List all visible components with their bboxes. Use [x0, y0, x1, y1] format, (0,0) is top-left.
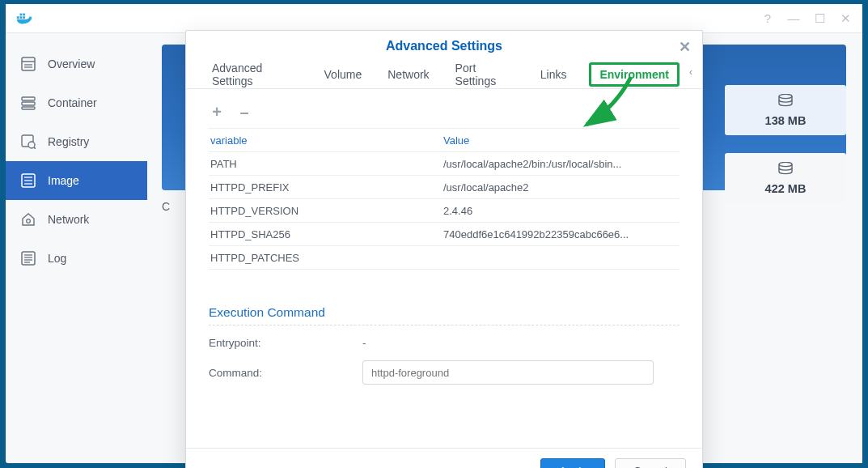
- close-window-icon[interactable]: ✕: [838, 11, 853, 26]
- close-icon[interactable]: ✕: [679, 38, 691, 56]
- svg-rect-3: [20, 13, 23, 15]
- sidebar-label: Network: [48, 213, 89, 226]
- help-icon[interactable]: ?: [760, 11, 775, 26]
- sidebar-item-network[interactable]: Network: [6, 200, 147, 239]
- cell-variable: HTTPD_PATCHES: [209, 252, 443, 264]
- log-icon: [20, 251, 36, 266]
- apply-button[interactable]: Apply: [540, 458, 605, 468]
- tab-links[interactable]: Links: [537, 64, 570, 85]
- docker-window: ? — ☐ ✕ Overview Container Registry Imag…: [6, 4, 862, 463]
- table-row[interactable]: HTTPD_VERSION 2.4.46: [209, 199, 680, 223]
- registry-icon: [20, 134, 36, 149]
- table-row[interactable]: HTTPD_SHA256 740eddf6e1c641992b22359cabc…: [209, 223, 680, 246]
- cell-value: /usr/local/apache2: [443, 181, 680, 194]
- svg-point-25: [779, 94, 792, 98]
- svg-point-26: [779, 162, 792, 166]
- svg-rect-4: [23, 13, 25, 15]
- cancel-button[interactable]: Cancel: [615, 458, 686, 468]
- tab-network[interactable]: Network: [384, 64, 432, 85]
- modal-tabs: Advanced Settings Volume Network Port Se…: [186, 60, 702, 89]
- env-table-header: variable Value: [209, 129, 680, 152]
- cell-value: 740eddf6e1c641992b22359cabc66e6...: [443, 228, 680, 240]
- add-row-button[interactable]: +: [209, 104, 225, 120]
- sidebar-label: Container: [48, 96, 97, 109]
- size-value: 138 MB: [765, 114, 807, 127]
- storage-icon: [777, 162, 794, 179]
- svg-point-13: [28, 142, 35, 148]
- titlebar: ? — ☐ ✕: [6, 4, 862, 33]
- cell-value: 2.4.46: [443, 205, 680, 217]
- env-table: variable Value PATH /usr/local/apache2/b…: [209, 128, 680, 270]
- command-input[interactable]: [362, 360, 654, 385]
- remove-row-button[interactable]: –: [236, 104, 252, 120]
- tab-volume[interactable]: Volume: [321, 64, 366, 85]
- cell-variable: HTTPD_VERSION: [209, 205, 443, 217]
- svg-rect-10: [22, 102, 35, 105]
- size-chip[interactable]: 138 MB: [725, 85, 846, 135]
- svg-rect-11: [22, 107, 35, 109]
- storage-icon: [777, 94, 794, 111]
- tab-advanced-settings[interactable]: Advanced Settings: [209, 57, 302, 91]
- sidebar-label: Log: [48, 252, 66, 265]
- modal-title: Advanced Settings ✕: [186, 31, 702, 60]
- sidebar: Overview Container Registry Image Networ…: [6, 33, 147, 463]
- network-icon: [20, 212, 36, 227]
- size-chip[interactable]: 422 MB: [725, 153, 846, 203]
- docker-icon: [15, 11, 33, 26]
- entrypoint-label: Entrypoint:: [209, 337, 362, 349]
- window-controls: ? — ☐ ✕: [760, 11, 853, 26]
- cell-variable: HTTPD_SHA256: [209, 228, 443, 240]
- chevron-left-icon: ‹: [689, 66, 692, 78]
- entrypoint-value: -: [362, 337, 366, 349]
- right-info-col: 138 MB 422 MB: [725, 85, 846, 203]
- header-value[interactable]: Value: [443, 134, 680, 147]
- sidebar-item-image[interactable]: Image: [6, 161, 147, 200]
- maximize-icon[interactable]: ☐: [812, 11, 827, 26]
- divider: [209, 325, 680, 325]
- command-label: Command:: [209, 367, 362, 379]
- cell-value: /usr/local/apache2/bin:/usr/local/sbin..…: [443, 158, 680, 170]
- tab-scroll-arrows[interactable]: ‹: [689, 66, 692, 78]
- svg-rect-9: [22, 97, 35, 100]
- sidebar-item-container[interactable]: Container: [6, 83, 147, 122]
- cell-variable: PATH: [209, 158, 443, 170]
- svg-rect-5: [22, 57, 35, 70]
- svg-rect-2: [23, 16, 25, 19]
- tab-environment[interactable]: Environment: [589, 62, 680, 87]
- modal-title-text: Advanced Settings: [386, 39, 502, 53]
- svg-point-19: [27, 219, 31, 223]
- table-row[interactable]: HTTPD_PATCHES: [209, 246, 680, 270]
- svg-line-14: [34, 147, 36, 149]
- container-icon: [20, 96, 36, 110]
- svg-rect-0: [17, 16, 19, 19]
- size-value: 422 MB: [765, 182, 807, 195]
- sidebar-item-overview[interactable]: Overview: [6, 45, 147, 83]
- sidebar-item-registry[interactable]: Registry: [6, 122, 147, 161]
- sidebar-label: Image: [48, 174, 79, 187]
- advanced-settings-dialog: Advanced Settings ✕ Advanced Settings Vo…: [185, 30, 703, 468]
- table-row[interactable]: HTTPD_PREFIX /usr/local/apache2: [209, 176, 680, 199]
- exec-section-title: Execution Command: [209, 305, 680, 320]
- header-variable[interactable]: variable: [209, 134, 443, 147]
- svg-rect-1: [20, 16, 23, 19]
- overview-icon: [20, 57, 36, 71]
- sidebar-label: Overview: [48, 57, 95, 70]
- sidebar-label: Registry: [48, 135, 89, 148]
- tab-port-settings[interactable]: Port Settings: [452, 57, 518, 91]
- minimize-icon[interactable]: —: [786, 11, 801, 26]
- table-row[interactable]: PATH /usr/local/apache2/bin:/usr/local/s…: [209, 152, 680, 176]
- sidebar-item-log[interactable]: Log: [6, 239, 147, 278]
- cell-variable: HTTPD_PREFIX: [209, 181, 443, 194]
- image-icon: [20, 173, 36, 188]
